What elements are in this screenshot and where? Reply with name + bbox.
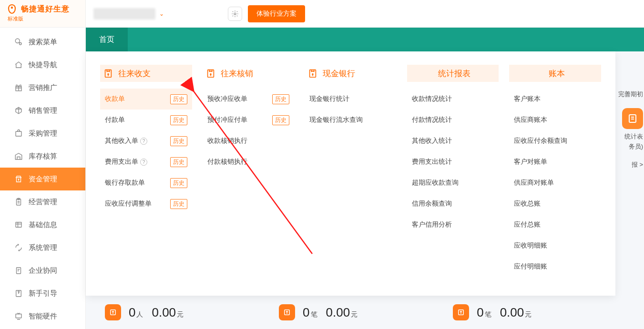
content-area: 完善期初 统计表 务员) 报 > 往来收支收款单历史付款单历史其他收入单?历史费…	[86, 51, 644, 329]
mega-item-label: 费用支出单?	[105, 158, 147, 166]
home-icon	[14, 60, 23, 69]
team-icon	[14, 266, 23, 275]
svg-point-12	[234, 13, 236, 15]
tab-strip: 首页	[86, 28, 644, 51]
org-selector[interactable]: ⌄	[93, 8, 222, 20]
right-hint-1[interactable]: 完善期初	[618, 90, 644, 100]
mega-item-label: 应付总账	[514, 220, 541, 229]
basket-icon	[14, 129, 23, 138]
sidebar-item-10[interactable]: 企业协同	[0, 259, 85, 282]
main-area: ⌄ 体验行业方案 首页 完善期初 统计表 务员) 报 >	[86, 0, 644, 329]
sidebar-item-label: 企业协同	[29, 266, 57, 275]
mega-item[interactable]: 付款单历史	[100, 110, 192, 130]
mega-item[interactable]: 应付总账	[509, 214, 601, 235]
mega-item[interactable]: 其他收入单?历史	[100, 130, 192, 151]
mega-item[interactable]: 现金银行流水查询	[305, 110, 397, 130]
tv-icon	[14, 312, 23, 320]
logo-block: 畅捷通好生意 标准版	[0, 0, 85, 28]
mega-column-1: 往来核销预收冲应收单历史预付冲应付单历史收款核销执行付款核销执行	[203, 65, 295, 281]
mega-column-0: 往来收支收款单历史付款单历史其他收入单?历史费用支出单?历史银行存取款单历史应收…	[100, 65, 192, 281]
mega-item[interactable]: 付款情况统计	[407, 110, 499, 130]
mega-item[interactable]: 收款核销执行	[203, 130, 295, 151]
mega-item-label: 应付明细账	[514, 262, 547, 271]
tab-home[interactable]: 首页	[86, 28, 128, 51]
history-tag[interactable]: 历史	[272, 115, 289, 125]
help-icon[interactable]: ?	[140, 138, 147, 145]
mega-item[interactable]: 应收应付余额查询	[509, 130, 601, 151]
sidebar-item-7[interactable]: 经营管理	[0, 190, 85, 213]
svg-rect-11	[16, 314, 21, 318]
mega-item[interactable]: 应付明细账	[509, 256, 601, 277]
sidebar-item-11[interactable]: 新手引导	[0, 282, 85, 305]
mega-item-label: 客户对账单	[514, 158, 547, 166]
mega-item[interactable]: 超期应收款查询	[407, 172, 499, 193]
help-icon[interactable]: ?	[140, 159, 147, 166]
mega-item[interactable]: 供应商账本	[509, 110, 601, 130]
mega-item[interactable]: 应收明细账	[509, 235, 601, 256]
sidebar-item-0[interactable]: 搜索菜单	[0, 30, 85, 53]
mega-item[interactable]: 费用支出统计	[407, 151, 499, 172]
sidebar-item-label: 营销推广	[29, 83, 57, 92]
mega-item[interactable]: 信用余额查询	[407, 193, 499, 214]
mega-item-label: 客户信用分析	[412, 220, 452, 229]
history-tag[interactable]: 历史	[272, 94, 289, 104]
mega-item[interactable]: 应收应付调整单历史	[100, 193, 192, 214]
mega-column-header: 往来收支	[100, 65, 192, 82]
mega-item[interactable]: 收款单历史	[100, 89, 192, 110]
sidebar-item-2[interactable]: 营销推广	[0, 76, 85, 99]
history-tag[interactable]: 历史	[170, 178, 187, 188]
mega-item[interactable]: 预收冲应收单历史	[203, 89, 295, 110]
mega-item[interactable]: 银行存取款单历史	[100, 172, 192, 193]
industry-plan-button[interactable]: 体验行业方案	[248, 5, 305, 22]
mega-column-title: 现金银行	[323, 68, 355, 79]
mega-column-header: 统计报表	[407, 65, 499, 82]
app-root: 畅捷通好生意 标准版 搜索菜单快捷导航营销推广销售管理采购管理库存核算资金管理经…	[0, 0, 644, 329]
right-shortcut[interactable]: 统计表 务员)	[622, 108, 644, 152]
svg-rect-7	[16, 222, 21, 228]
stat-icon	[105, 304, 121, 320]
mega-item[interactable]: 费用支出单?历史	[100, 151, 192, 172]
history-tag[interactable]: 历史	[170, 199, 187, 209]
sidebar-item-5[interactable]: 库存核算	[0, 145, 85, 168]
search-icon	[14, 38, 23, 46]
history-tag[interactable]: 历史	[170, 157, 187, 167]
history-tag[interactable]: 历史	[170, 115, 187, 125]
mega-item[interactable]: 应收总账	[509, 193, 601, 214]
sidebar-item-6[interactable]: 资金管理	[0, 168, 85, 190]
stats-row: 0人 0.00元 0笔 0.00元 0笔 0.00元	[105, 304, 615, 320]
mega-item-label: 预收冲应收单	[207, 95, 247, 103]
right-hint-3[interactable]: 报 >	[632, 160, 644, 170]
mega-column-header: 往来核销	[203, 65, 295, 82]
sidebar-item-3[interactable]: 销售管理	[0, 99, 85, 122]
mega-item[interactable]: 预付冲应付单历史	[203, 110, 295, 130]
mega-item[interactable]: 客户对账单	[509, 151, 601, 172]
history-tag[interactable]: 历史	[170, 136, 187, 146]
topbar: ⌄ 体验行业方案	[86, 0, 644, 28]
mega-item[interactable]: 其他收入统计	[407, 130, 499, 151]
sidebar-item-label: 搜索菜单	[29, 38, 57, 47]
svg-rect-4	[16, 131, 21, 136]
mega-item-label: 客户账本	[514, 95, 541, 103]
money-icon	[14, 175, 23, 183]
mega-item-label: 信用余额查询	[412, 199, 452, 208]
mega-item-label: 现金银行流水查询	[309, 116, 363, 124]
sidebar-item-12[interactable]: 智能硬件	[0, 305, 85, 328]
brand-logo-icon	[6, 3, 18, 15]
guide-icon	[14, 289, 23, 298]
mega-item[interactable]: 收款情况统计	[407, 89, 499, 110]
mega-item[interactable]: 现金银行统计	[305, 89, 397, 110]
mega-column-4: 账本客户账本供应商账本应收应付余额查询客户对账单供应商对账单应收总账应付总账应收…	[509, 65, 601, 281]
sidebar-item-label: 新手引导	[29, 289, 57, 298]
sidebar-item-1[interactable]: 快捷导航	[0, 53, 85, 76]
history-tag[interactable]: 历史	[170, 94, 187, 104]
sidebar-item-8[interactable]: 基础信息	[0, 213, 85, 236]
mega-item[interactable]: 客户账本	[509, 89, 601, 110]
stat-block-0: 0人 0.00元	[105, 304, 184, 320]
mega-item-label: 其他收入单?	[105, 137, 147, 145]
sidebar-item-4[interactable]: 采购管理	[0, 122, 85, 145]
sidebar-item-9[interactable]: 系统管理	[0, 236, 85, 259]
mega-item[interactable]: 供应商对账单	[509, 172, 601, 193]
mega-item[interactable]: 客户信用分析	[407, 214, 499, 235]
settings-button[interactable]	[228, 7, 242, 21]
mega-item[interactable]: 付款核销执行	[203, 151, 295, 172]
